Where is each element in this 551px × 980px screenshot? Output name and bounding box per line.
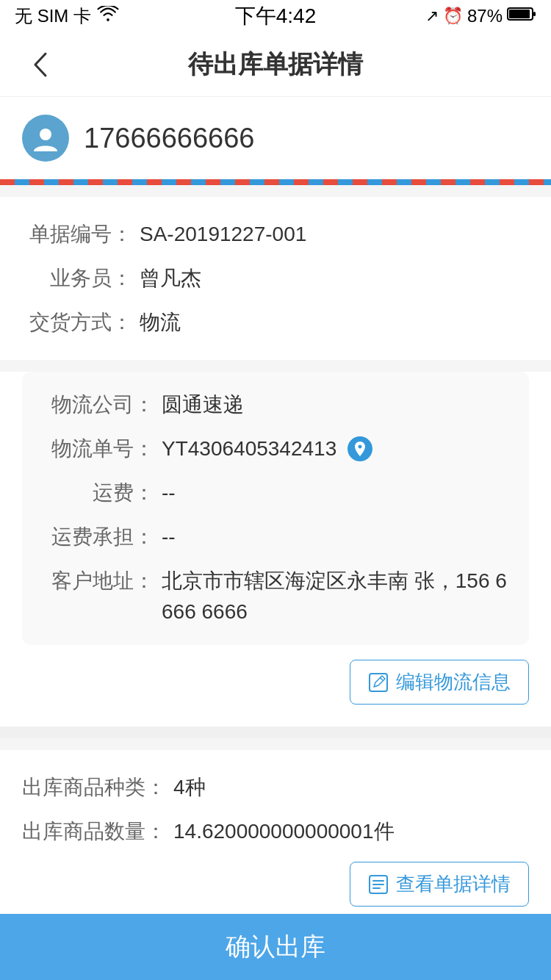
freight-value: -- [162,478,507,508]
edit-logistics-button[interactable]: 编辑物流信息 [350,660,529,705]
battery-label: 87% [467,6,503,26]
page-title: 待出库单据详情 [59,48,492,82]
view-details-button[interactable]: 查看单据详情 [350,862,529,907]
back-button[interactable] [22,46,59,83]
nav-bar: 待出库单据详情 [0,32,551,97]
freight-bearer-value: -- [162,522,507,552]
svg-point-3 [40,129,51,140]
svg-rect-2 [533,12,536,16]
logistics-company-row: 物流公司： 圆通速递 [44,389,507,420]
confirm-outbound-button[interactable]: 确认出库 [0,914,551,980]
customer-phone: 17666666666 [84,123,254,154]
logistics-company-value: 圆通速递 [162,389,507,420]
address-label: 客户地址： [44,566,162,597]
view-details-label: 查看单据详情 [396,871,511,897]
view-btn-row: 查看单据详情 [22,862,529,907]
delivery-method-row: 交货方式： 物流 [22,307,529,338]
tracking-number-row: 物流单号： YT43064053424​13 [44,433,507,464]
tracking-location-icon[interactable] [347,436,373,462]
freight-row: 运费： -- [44,478,507,508]
status-time: 下午4:42 [235,2,317,30]
status-right: ↗ ⏰ 87% [425,6,536,26]
sales-person-label: 业务员： [22,263,140,294]
edit-logistics-label: 编辑物流信息 [396,669,511,695]
edit-btn-row: 编辑物流信息 [22,660,529,705]
tracking-number-label: 物流单号： [44,433,162,464]
item-count-value: 14.620000000000001件 [173,816,529,847]
dashed-divider [0,179,551,185]
item-count-row: 出库商品数量： 14.620000000000001件 [22,816,529,847]
carrier-label: 无 SIM 卡 [15,4,91,28]
sales-person-value: 曾凡杰 [140,263,529,294]
logistics-section: 物流公司： 圆通速递 物流单号： YT43064053424​13 运费： --… [0,372,551,727]
confirm-outbound-label: 确认出库 [226,930,325,964]
avatar [22,115,69,162]
document-number-label: 单据编号： [22,219,140,250]
logistics-company-label: 物流公司： [44,389,162,420]
item-types-value: 4种 [173,772,529,803]
svg-rect-5 [370,674,387,691]
sales-person-row: 业务员： 曾凡杰 [22,263,529,294]
outbound-info-section: 出库商品种类： 4种 出库商品数量： 14.620000000000001件 查… [0,750,551,929]
tracking-number-value: YT43064053424​13 [162,433,507,464]
delivery-method-label: 交货方式： [22,307,140,338]
item-count-label: 出库商品数量： [22,816,173,847]
battery-icon [507,6,536,26]
section-divider [0,727,551,738]
document-number-value: SA-20191227-001 [140,219,529,250]
delivery-method-value: 物流 [140,307,529,338]
wifi-icon [97,6,119,26]
svg-rect-1 [509,10,530,18]
freight-bearer-label: 运费承担： [44,522,162,552]
basic-info-section: 单据编号： SA-20191227-001 业务员： 曾凡杰 交货方式： 物流 [0,197,551,360]
freight-bearer-row: 运费承担： -- [44,522,507,552]
item-types-row: 出库商品种类： 4种 [22,772,529,803]
status-bar: 无 SIM 卡 下午4:42 ↗ ⏰ 87% [0,0,551,32]
freight-label: 运费： [44,478,162,508]
item-types-label: 出库商品种类： [22,772,173,803]
location-arrow-icon: ↗ [425,7,439,26]
document-number-row: 单据编号： SA-20191227-001 [22,219,529,250]
customer-section: 17666666666 [0,97,551,179]
logistics-card: 物流公司： 圆通速递 物流单号： YT43064053424​13 运费： --… [22,372,529,645]
status-left: 无 SIM 卡 [15,4,119,28]
address-value: 北京市市辖区海淀区永丰南 张，156 6666 6666 [162,566,507,627]
alarm-icon: ⏰ [443,7,463,26]
address-row: 客户地址： 北京市市辖区海淀区永丰南 张，156 6666 6666 [44,566,507,627]
tracking-number-text: YT43064053424​13 [162,433,336,464]
